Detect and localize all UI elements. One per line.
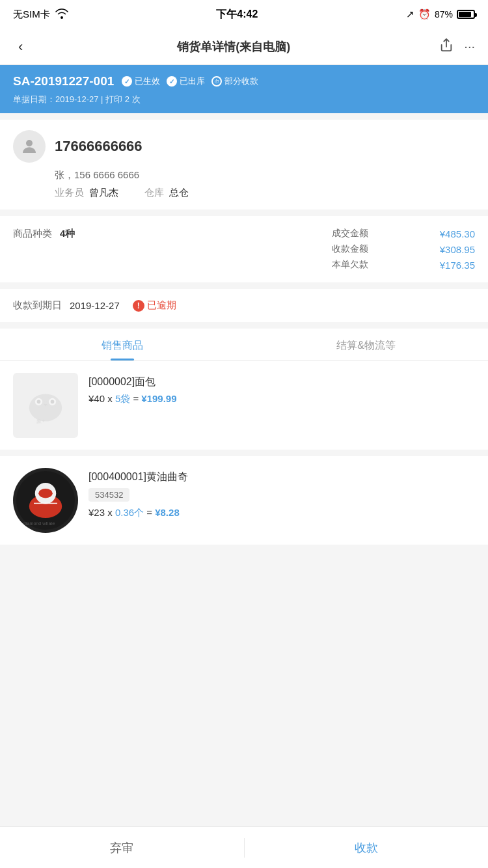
- order-status-badges: ✓ 已生效 ✓ 已出库 ⏱ 部分收款: [122, 75, 258, 87]
- page-title: 销货单详情(来自电脑): [177, 39, 290, 55]
- order-header: SA-20191227-001 ✓ 已生效 ✓ 已出库 ⏱ 部分收款 单据日期：…: [0, 65, 488, 113]
- avatar: [13, 130, 46, 163]
- order-meta: 单据日期：2019-12-27 | 打印 2 次: [13, 94, 475, 105]
- tab-sales-products[interactable]: 销售商品: [0, 329, 244, 360]
- svg-point-6: [37, 400, 41, 404]
- check-icon-1: ✓: [122, 76, 132, 87]
- debt-amount-label: 本单欠款: [332, 259, 368, 271]
- stats-right: 成交金额 ¥485.30 收款金额 ¥308.95 本单欠款 ¥176.35: [332, 228, 475, 271]
- status-badge-partial: ⏱ 部分收款: [211, 75, 258, 87]
- tab-settlement[interactable]: 结算&物流等: [244, 329, 488, 360]
- svg-point-7: [51, 400, 55, 404]
- more-button[interactable]: ···: [464, 39, 475, 54]
- overdue-text: 已逾期: [147, 299, 176, 312]
- product-list: 象+ [0000002]面包 ¥40 x 5袋 = ¥199.99 diamo: [0, 361, 488, 599]
- nav-actions: ···: [439, 38, 475, 55]
- bottom-bar: 弃审 收款: [0, 826, 488, 868]
- product-name-2: [000400001]黄油曲奇: [88, 470, 475, 484]
- check-icon-2: ✓: [167, 76, 177, 87]
- product-unit-price-1: ¥40: [88, 393, 105, 404]
- product-info-1: [0000002]面包 ¥40 x 5袋 = ¥199.99: [88, 373, 475, 405]
- alarm-icon: ⏰: [418, 8, 431, 20]
- carrier-text: 无SIM卡: [13, 8, 50, 21]
- order-id: SA-20191227-001: [13, 74, 114, 88]
- product-qty-2: 0.36个: [115, 507, 144, 518]
- staff-item: 业务员 曾凡杰: [55, 187, 118, 199]
- status-label-3: 部分收款: [224, 75, 258, 87]
- staff-value: 曾凡杰: [89, 187, 118, 199]
- deal-amount-value: ¥485.30: [440, 228, 475, 239]
- battery-icon: [457, 10, 475, 19]
- product-total-2: ¥8.28: [155, 507, 180, 518]
- warehouse-label: 仓库: [144, 187, 164, 199]
- confirm-button[interactable]: 收款: [245, 830, 489, 866]
- receipt-amount-value: ¥308.95: [440, 244, 475, 255]
- clock-icon: ⏱: [211, 76, 222, 87]
- product-price-2: ¥23 x 0.36个 = ¥8.28: [88, 507, 475, 519]
- back-button[interactable]: ‹: [13, 33, 28, 61]
- product-unit-price-2: ¥23: [88, 507, 105, 518]
- due-date-value: 2019-12-27: [70, 300, 120, 311]
- status-left: 无SIM卡: [13, 8, 68, 21]
- customer-staff-row: 业务员 曾凡杰 仓库 总仓: [13, 187, 475, 199]
- product-price-1: ¥40 x 5袋 = ¥199.99: [88, 393, 475, 405]
- product-total-1: ¥199.99: [141, 393, 176, 404]
- staff-label: 业务员: [55, 187, 84, 199]
- due-date-label: 收款到期日: [13, 299, 62, 312]
- warehouse-item: 仓库 总仓: [144, 187, 189, 199]
- status-right: ↗ ⏰ 87%: [406, 8, 475, 20]
- product-types-label: 商品种类: [13, 228, 52, 240]
- debt-amount-row: 本单欠款 ¥176.35: [332, 259, 475, 271]
- svg-point-0: [26, 140, 33, 146]
- battery-percent: 87%: [435, 9, 453, 20]
- deal-amount-label: 成交金额: [332, 228, 368, 239]
- order-id-row: SA-20191227-001 ✓ 已生效 ✓ 已出库 ⏱ 部分收款: [13, 74, 475, 88]
- debt-amount-value: ¥176.35: [440, 260, 475, 271]
- due-section: 收款到期日 2019-12-27 ! 已逾期: [0, 289, 488, 322]
- product-thumb-1: 象+: [13, 373, 78, 438]
- receipt-amount-label: 收款金额: [332, 243, 368, 255]
- status-label-1: 已生效: [135, 75, 160, 87]
- product-name-1: [0000002]面包: [88, 375, 475, 389]
- product-multiply-1: x: [107, 393, 115, 404]
- status-bar: 无SIM卡 下午4:42 ↗ ⏰ 87%: [0, 0, 488, 29]
- product-multiply-2: x: [107, 507, 115, 518]
- warehouse-value: 总仓: [169, 187, 189, 199]
- stats-section: 商品种类 4种 成交金额 ¥485.30 收款金额 ¥308.95 本单欠款 ¥…: [0, 216, 488, 282]
- overdue-badge: ! 已逾期: [133, 299, 176, 312]
- customer-phone: 17666666666: [55, 138, 142, 155]
- location-icon: ↗: [406, 8, 414, 20]
- cancel-button[interactable]: 弃审: [0, 830, 244, 866]
- product-thumb-2: diamond whale: [13, 468, 78, 533]
- wifi-icon: [55, 8, 68, 21]
- customer-section: 17666666666 张，156 6666 6666 业务员 曾凡杰 仓库 总…: [0, 120, 488, 210]
- deal-amount-row: 成交金额 ¥485.30: [332, 228, 475, 239]
- customer-row: 17666666666: [13, 130, 475, 163]
- product-qty-1: 5袋: [115, 393, 130, 404]
- product-sku-2: 534532: [88, 488, 129, 502]
- nav-bar: ‹ 销货单详情(来自电脑) ···: [0, 29, 488, 65]
- product-item: 象+ [0000002]面包 ¥40 x 5袋 = ¥199.99: [0, 361, 488, 450]
- product-types-value: 4种: [60, 228, 75, 240]
- status-label-2: 已出库: [180, 75, 205, 87]
- customer-detail: 张，156 6666 6666: [13, 169, 475, 182]
- overdue-icon: !: [133, 300, 144, 312]
- status-badge-activated: ✓ 已生效: [122, 75, 160, 87]
- status-badge-shipped: ✓ 已出库: [167, 75, 205, 87]
- product-equals-2: =: [146, 507, 155, 518]
- receipt-amount-row: 收款金额 ¥308.95: [332, 243, 475, 255]
- svg-text:diamond whale: diamond whale: [23, 521, 55, 526]
- svg-text:象+: 象+: [36, 418, 45, 424]
- tabs-section: 销售商品 结算&物流等: [0, 329, 488, 361]
- share-button[interactable]: [439, 38, 454, 55]
- product-info-2: [000400001]黄油曲奇 534532 ¥23 x 0.36个 = ¥8.…: [88, 468, 475, 519]
- status-time: 下午4:42: [216, 8, 258, 21]
- product-equals-1: =: [133, 393, 141, 404]
- stats-left: 商品种类 4种: [13, 228, 75, 240]
- svg-point-13: [38, 489, 53, 498]
- product-item-2: diamond whale [000400001]黄油曲奇 534532 ¥23…: [0, 456, 488, 545]
